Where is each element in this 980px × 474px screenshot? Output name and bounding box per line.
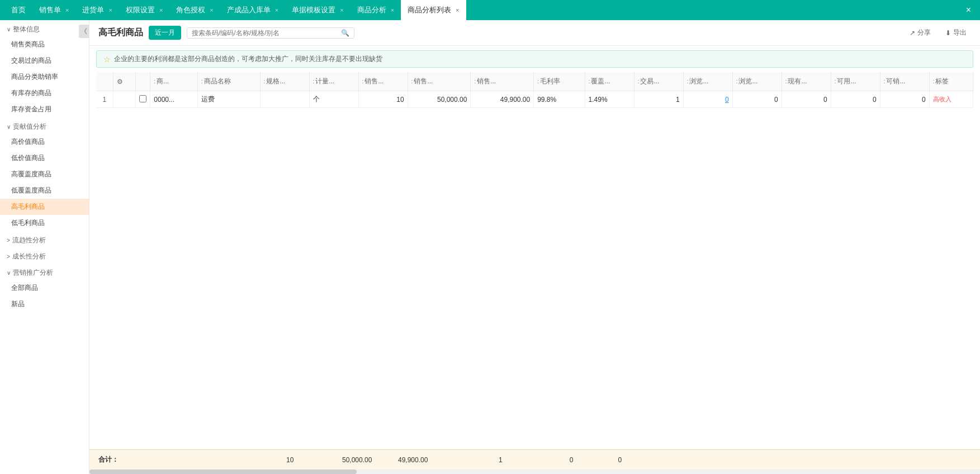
th-name[interactable]: :商品名称 <box>197 72 260 91</box>
sidebar-item-商品分类助销率[interactable]: 商品分类助销率 <box>0 69 89 85</box>
th-sellable_stock[interactable]: :可销... <box>880 72 929 91</box>
nav-item-权限设置[interactable]: 权限设置× <box>119 0 169 20</box>
th-sales_cost[interactable]: :销售... <box>471 72 534 91</box>
filter-recent-month-button[interactable]: 近一月 <box>149 26 181 40</box>
th-coverage[interactable]: :覆盖... <box>585 72 634 91</box>
share-label: 分享 <box>917 28 931 37</box>
data-table: ⚙:商...:商品名称:规格...:计量...:销售...:销售...:销售..… <box>96 72 973 108</box>
sidebar-item-高价值商品[interactable]: 高价值商品 <box>0 134 89 150</box>
main-layout: 《 ∨整体信息销售类商品交易过的商品商品分类助销率有库存的商品库存资金占用∨贡献… <box>0 20 980 474</box>
info-text: 企业的主要的利润都是这部分商品创造的，可考虑加大推广，同时关注库存是不要出现缺货 <box>114 54 382 64</box>
sidebar-item-高覆盖度商品[interactable]: 高覆盖度商品 <box>0 166 89 182</box>
sort-icon: : <box>264 78 266 85</box>
tag-badge: 高收入 <box>933 96 951 102</box>
sidebar-collapse-button[interactable]: 《 <box>79 25 89 38</box>
summary-sales-amount: 50,000.00 <box>342 456 387 464</box>
sort-icon: : <box>474 78 476 85</box>
sidebar-group-贡献值分析[interactable]: ∨贡献值分析 <box>0 118 89 134</box>
summary-sales-qty: 10 <box>286 456 331 464</box>
nav-item-产成品入库单[interactable]: 产成品入库单× <box>220 0 285 20</box>
sidebar-group-营销推广分析[interactable]: ∨营销推广分析 <box>0 264 89 280</box>
search-box: 🔍 <box>187 27 354 39</box>
sidebar-item-低价值商品[interactable]: 低价值商品 <box>0 150 89 166</box>
sort-icon: : <box>537 78 539 85</box>
nav-item-销售单[interactable]: 销售单× <box>32 0 75 20</box>
share-icon: ↗ <box>910 29 915 37</box>
th-trade[interactable]: :交易... <box>634 72 683 91</box>
sidebar-item-高毛利商品[interactable]: 高毛利商品 <box>0 199 89 215</box>
nav-close-icon[interactable]: × <box>275 0 278 20</box>
page-title: 高毛利商品 <box>98 27 143 39</box>
bottom-scrollbar[interactable] <box>89 470 980 474</box>
sidebar-item-低覆盖度商品[interactable]: 低覆盖度商品 <box>0 182 89 199</box>
th-available_stock[interactable]: :可用... <box>831 72 880 91</box>
sidebar-group-成长性分析[interactable]: >成长性分析 <box>0 247 89 264</box>
sort-icon: : <box>687 78 689 85</box>
cell-unit: 个 <box>309 91 358 108</box>
summary-label: 合计： <box>98 455 119 464</box>
row-checkbox[interactable] <box>139 95 146 102</box>
nav-close-icon[interactable]: × <box>159 0 163 20</box>
cell-settings[interactable] <box>113 91 136 108</box>
nav-item-进货单[interactable]: 进货单× <box>75 0 119 20</box>
content-area: 高毛利商品 近一月 🔍 ↗ 分享 ⬇ 导出 ☆ 企业的主要的利润都是这部分商品创… <box>89 20 980 474</box>
cell-num: 1 <box>96 91 113 108</box>
search-icon[interactable]: 🔍 <box>341 29 349 37</box>
nav-item-单据模板设置[interactable]: 单据模板设置× <box>285 0 350 20</box>
share-button[interactable]: ↗ 分享 <box>905 26 935 39</box>
th-spec[interactable]: :规格... <box>260 72 309 91</box>
nav-item-角色授权[interactable]: 角色授权× <box>169 0 220 20</box>
th-code[interactable]: :商... <box>150 72 197 91</box>
summary-trade: 1 <box>499 456 503 464</box>
th-gross_margin[interactable]: :毛利率 <box>534 72 585 91</box>
table-container[interactable]: ⚙:商...:商品名称:规格...:计量...:销售...:销售...:销售..… <box>89 72 980 449</box>
nav-close-icon[interactable]: × <box>108 0 112 20</box>
sidebar-group-整体信息[interactable]: ∨整体信息 <box>0 20 89 36</box>
sidebar-item-全部商品[interactable]: 全部商品 <box>0 280 89 296</box>
nav-close-icon[interactable]: × <box>210 0 213 20</box>
window-close-button[interactable]: × <box>962 5 976 15</box>
nav-close-icon[interactable]: × <box>340 0 343 20</box>
views1-link[interactable]: 0 <box>725 96 729 104</box>
cell-sales_amount: 50,000.00 <box>408 91 471 108</box>
group-arrow-icon: > <box>7 237 10 243</box>
th-views2[interactable]: :浏览... <box>732 72 782 91</box>
cell-spec <box>260 91 309 108</box>
group-title-label: 成长性分析 <box>12 252 46 261</box>
export-button[interactable]: ⬇ 导出 <box>941 26 971 39</box>
nav-item-首页[interactable]: 首页 <box>4 0 32 20</box>
nav-item-商品分析[interactable]: 商品分析× <box>351 0 401 20</box>
nav-item-商品分析列表[interactable]: 商品分析列表× <box>401 0 466 20</box>
nav-close-icon[interactable]: × <box>456 0 459 20</box>
th-sales_amount[interactable]: :销售... <box>408 72 471 91</box>
sidebar-item-低毛利商品[interactable]: 低毛利商品 <box>0 215 89 231</box>
th-tag[interactable]: :标签 <box>929 72 973 91</box>
cell-checkbox[interactable] <box>136 91 150 108</box>
nav-close-icon[interactable]: × <box>391 0 394 20</box>
nav-close-icon[interactable]: × <box>65 0 69 20</box>
cell-current_stock: 0 <box>782 91 831 108</box>
search-input[interactable] <box>192 29 338 37</box>
th-sales_qty[interactable]: :销售... <box>358 72 408 91</box>
th-unit[interactable]: :计量... <box>309 72 358 91</box>
sidebar-item-销售类商品[interactable]: 销售类商品 <box>0 36 89 53</box>
sort-icon: : <box>736 78 738 85</box>
sidebar-item-库存资金占用[interactable]: 库存资金占用 <box>0 101 89 118</box>
th-current_stock[interactable]: :现有... <box>782 72 831 91</box>
sidebar-group-流趋性分析[interactable]: >流趋性分析 <box>0 231 89 247</box>
table-row: 10000...运费个1050,000.0049,900.0099.8%1.49… <box>96 91 973 108</box>
sort-icon: : <box>411 78 413 85</box>
info-banner: ☆ 企业的主要的利润都是这部分商品创造的，可考虑加大推广，同时关注库存是不要出现… <box>96 50 973 68</box>
export-label: 导出 <box>953 28 967 37</box>
scrollbar-thumb <box>89 470 357 474</box>
cell-tag: 高收入 <box>929 91 973 108</box>
sidebar-item-交易过的商品[interactable]: 交易过的商品 <box>0 53 89 69</box>
sidebar-item-新品[interactable]: 新品 <box>0 296 89 312</box>
sort-icon: : <box>201 78 203 85</box>
cell-code: 0000... <box>150 91 197 108</box>
summary-current-stock: 0 <box>570 456 574 464</box>
header-actions: ↗ 分享 ⬇ 导出 <box>905 26 971 39</box>
sort-icon: : <box>835 78 836 85</box>
sidebar-item-有库存的商品[interactable]: 有库存的商品 <box>0 85 89 101</box>
th-views1[interactable]: :浏览... <box>683 72 732 91</box>
